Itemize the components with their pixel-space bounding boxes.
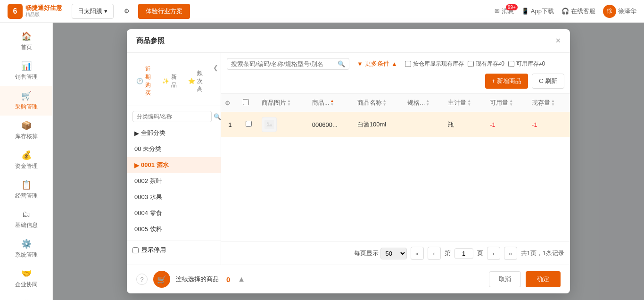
- product-search-input[interactable]: [231, 60, 336, 67]
- cat-item-beverage[interactable]: 0005 饮料: [127, 221, 221, 237]
- sidebar-item-guide[interactable]: 📖 新手引导: [0, 293, 52, 300]
- sidebar-item-finance[interactable]: 💰 资金管理: [0, 145, 52, 175]
- category-footer: 显示停用: [127, 241, 221, 259]
- last-page-button[interactable]: »: [504, 247, 517, 260]
- category-search-area: 🔍: [127, 108, 221, 125]
- th-spec[interactable]: 规格...▲▼: [404, 94, 444, 112]
- cat-item-tea[interactable]: 0002 茶叶: [127, 173, 221, 189]
- sidebar-item-inventory[interactable]: 📦 库存核算: [0, 116, 52, 145]
- messages-button[interactable]: ✉ 消息 99+: [495, 7, 514, 16]
- stock-checkbox-1[interactable]: [405, 61, 411, 67]
- frequency-icon: ⭐: [188, 78, 195, 84]
- page-number-input[interactable]: [454, 248, 473, 259]
- modal-close-button[interactable]: ×: [555, 36, 561, 46]
- enterprise-icon: 🤝: [21, 268, 32, 279]
- logo-area: 6 畅捷通好生意 精品版: [8, 4, 62, 19]
- category-list: ▶ 全部分类 00 未分类 ▶ 0001 酒水 0002 茶: [127, 125, 221, 241]
- next-page-button[interactable]: ›: [487, 247, 500, 260]
- stock-filter-checkbox-2[interactable]: 现有库存≠0: [468, 60, 504, 68]
- chevron-down-icon: ▾: [104, 8, 107, 15]
- trial-button[interactable]: 体验行业方案: [138, 4, 190, 19]
- cat-item-all[interactable]: ▶ 全部分类: [127, 125, 221, 141]
- inventory-icon: 📦: [21, 120, 32, 131]
- first-page-button[interactable]: «: [411, 247, 424, 260]
- row-select-checkbox[interactable]: [246, 121, 252, 127]
- row-name: 白酒100ml: [354, 112, 404, 137]
- th-name[interactable]: 商品名称▲▼: [354, 94, 404, 112]
- filter-icon: ▼: [357, 60, 363, 67]
- category-search-input[interactable]: [132, 111, 212, 122]
- cat-tab-new[interactable]: ✨ 新品: [158, 63, 181, 99]
- th-code[interactable]: 商品...▲▼: [308, 94, 354, 112]
- cart-icon[interactable]: 🛒: [153, 271, 170, 288]
- sidebar-item-sales[interactable]: 📊 销售管理: [0, 56, 52, 86]
- th-checkbox[interactable]: [239, 94, 258, 112]
- cat-tab-recent[interactable]: 🕐 近期购买: [132, 63, 155, 99]
- cat-item-fruit[interactable]: 0003 水果: [127, 189, 221, 205]
- help-icon[interactable]: ?: [136, 274, 148, 285]
- cat-tab-frequent[interactable]: ⭐ 频次高: [184, 63, 206, 99]
- svg-rect-0: [264, 120, 274, 129]
- th-available[interactable]: 可用量▲▼: [486, 94, 528, 112]
- add-product-button[interactable]: + 新增商品: [485, 74, 528, 89]
- per-page-select[interactable]: 50 10 20 100: [380, 248, 407, 259]
- operation-icon: 📋: [21, 180, 32, 190]
- cat-divider: [127, 106, 221, 106]
- product-search-box: 🔍: [227, 58, 349, 70]
- search-icon[interactable]: 🔍: [338, 60, 345, 67]
- message-icon: ✉: [495, 8, 500, 15]
- footer-actions: 取消 确定: [489, 271, 561, 287]
- sidebar-item-home[interactable]: 🏠 首页: [0, 26, 52, 56]
- nav-selector[interactable]: 日太阳膜 ▾: [72, 4, 114, 19]
- product-table: ⚙ 商品图片▲▼ 商品...▲▼: [221, 94, 570, 137]
- settings-icon[interactable]: ⚙: [119, 4, 134, 19]
- sidebar-collapse-button[interactable]: ❮: [210, 63, 221, 99]
- stock-filter-checkbox-1[interactable]: 按仓库显示现有库存: [405, 60, 464, 68]
- purchase-icon: 🛒: [21, 91, 32, 101]
- row-checkbox[interactable]: [239, 112, 258, 137]
- row-unit: 瓶: [444, 112, 486, 137]
- cat-item-liquor[interactable]: ▶ 0001 酒水: [127, 157, 221, 173]
- confirm-button[interactable]: 确定: [526, 271, 561, 287]
- sidebar-item-base[interactable]: 🗂 基础信息: [0, 205, 52, 234]
- app-download-button[interactable]: 📱 App下载: [521, 7, 554, 16]
- table-row[interactable]: 1 000600... 白酒100ml: [221, 112, 570, 137]
- th-settings[interactable]: ⚙: [221, 94, 239, 112]
- show-disabled-checkbox[interactable]: [132, 247, 139, 253]
- sidebar-item-operation[interactable]: 📋 经营管理: [0, 175, 52, 205]
- product-table-wrapper: ⚙ 商品图片▲▼ 商品...▲▼: [221, 94, 570, 242]
- row-no: 1: [221, 112, 239, 137]
- clock-icon: 🕐: [136, 78, 143, 84]
- th-stock[interactable]: 现存量▲▼: [528, 94, 570, 112]
- search-icon[interactable]: 🔍: [214, 113, 221, 120]
- cat-item-snack[interactable]: 0004 零食: [127, 205, 221, 221]
- th-unit[interactable]: 主计量▲▼: [444, 94, 486, 112]
- footer-collapse-button[interactable]: ▲: [238, 275, 245, 283]
- sidebar-item-system[interactable]: ⚙️ 系统管理: [0, 234, 52, 264]
- sales-icon: 📊: [21, 61, 32, 71]
- stock-checkbox-2[interactable]: [468, 61, 474, 67]
- modal-body: 🕐 近期购买 ✨ 新品 ⭐ 频次高 ❮: [127, 53, 570, 265]
- product-toolbar: 🔍 ▼ 更多条件 ▲ 按仓库显示现有库存: [221, 53, 570, 94]
- filter-more-button[interactable]: ▼ 更多条件 ▲: [353, 58, 401, 70]
- sidebar-item-enterprise[interactable]: 🤝 企业协同: [0, 264, 52, 293]
- headset-icon: 🎧: [561, 8, 569, 15]
- row-available: -1: [486, 112, 528, 137]
- th-image: 商品图片▲▼: [258, 94, 308, 112]
- prev-page-button[interactable]: ‹: [428, 247, 441, 260]
- cat-item-uncategorized[interactable]: 00 未分类: [127, 141, 221, 157]
- online-service-button[interactable]: 🎧 在线客服: [561, 7, 595, 16]
- active-arrow-icon: ▶: [134, 162, 139, 169]
- select-all-checkbox[interactable]: [243, 99, 249, 105]
- topbar-right: ✉ 消息 99+ 📱 App下载 🎧 在线客服 徐 徐泽华: [495, 5, 636, 18]
- modal-header: 商品参照 ×: [127, 29, 570, 53]
- cat-item-water[interactable]: 0008 水: [127, 237, 221, 241]
- sidebar-item-purchase[interactable]: 🛒 采购管理: [0, 86, 52, 116]
- cancel-button[interactable]: 取消: [489, 271, 521, 287]
- sidebar: 🏠 首页 📊 销售管理 🛒 采购管理 📦 库存核算 💰 资金管理 📋 经营管理 …: [0, 23, 53, 300]
- refresh-button[interactable]: C 刷新: [532, 74, 564, 89]
- category-sidebar: 🕐 近期购买 ✨ 新品 ⭐ 频次高 ❮: [127, 53, 221, 265]
- usable-checkbox[interactable]: [508, 61, 514, 67]
- user-menu[interactable]: 徐 徐泽华: [603, 5, 636, 18]
- usable-filter-checkbox[interactable]: 可用库存≠0: [508, 60, 545, 68]
